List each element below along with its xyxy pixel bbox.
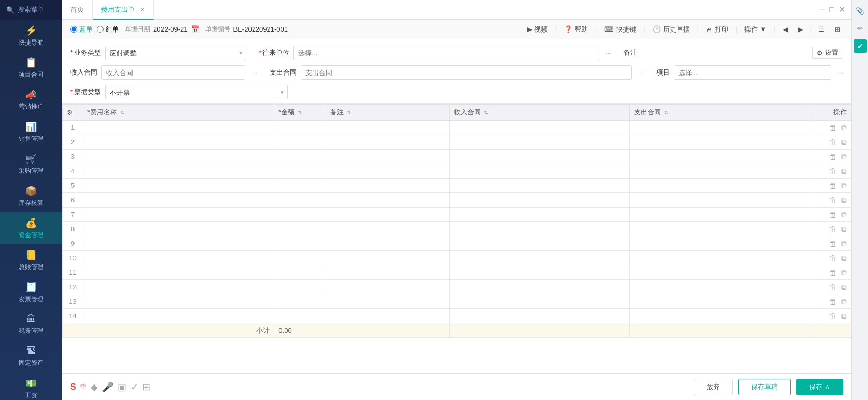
- operations-btn[interactable]: 操作 ▼: [741, 24, 770, 35]
- amount-cell-9[interactable]: [274, 236, 326, 251]
- remark-cell-3[interactable]: [326, 150, 450, 164]
- amount-cell-6[interactable]: [274, 193, 326, 208]
- delete-row-14-icon[interactable]: 🗑: [829, 312, 837, 320]
- income-contract-cell-5[interactable]: [449, 179, 629, 193]
- amount-cell-1[interactable]: [274, 121, 326, 135]
- income-contract-cell-11[interactable]: [449, 265, 629, 280]
- right-panel-active-icon[interactable]: ✔: [854, 39, 867, 53]
- amount-cell-8[interactable]: [274, 222, 326, 236]
- expense-name-cell-4[interactable]: [83, 164, 274, 179]
- sort-expense-icon[interactable]: ⇅: [664, 110, 668, 115]
- expense-contract-cell-6[interactable]: [629, 193, 810, 208]
- copy-row-6-icon[interactable]: ⧉: [841, 196, 847, 204]
- income-contract-input[interactable]: [101, 65, 245, 80]
- col-settings[interactable]: ⚙: [63, 105, 83, 121]
- copy-row-10-icon[interactable]: ⧉: [841, 254, 847, 262]
- expense-name-cell-5[interactable]: [83, 179, 274, 193]
- expense-contract-cell-14[interactable]: [629, 309, 810, 323]
- blue-bill-radio[interactable]: 蓝单: [70, 25, 93, 34]
- remark-cell-7[interactable]: [326, 208, 450, 222]
- delete-row-5-icon[interactable]: 🗑: [829, 181, 837, 190]
- income-contract-cell-4[interactable]: [449, 164, 629, 179]
- biz-type-select[interactable]: 应付调整: [105, 46, 246, 60]
- expense-contract-cell-9[interactable]: [629, 236, 810, 251]
- delete-row-6-icon[interactable]: 🗑: [829, 196, 837, 204]
- copy-row-11-icon[interactable]: ⧉: [841, 268, 847, 277]
- income-contract-cell-14[interactable]: [449, 309, 629, 323]
- help-btn[interactable]: ❓ 帮助: [561, 24, 591, 35]
- income-contract-cell-13[interactable]: [449, 294, 629, 309]
- remark-cell-12[interactable]: [326, 280, 450, 294]
- sidebar-item-fixed-assets[interactable]: 🏗固定资产: [0, 340, 62, 373]
- expense-name-cell-14[interactable]: [83, 309, 274, 323]
- check-icon[interactable]: ✓: [130, 381, 138, 393]
- expense-contract-cell-8[interactable]: [629, 222, 810, 236]
- amount-cell-12[interactable]: [274, 280, 326, 294]
- income-contract-cell-2[interactable]: [449, 135, 629, 150]
- expense-name-cell-11[interactable]: [83, 265, 274, 280]
- project-more-icon[interactable]: ···: [837, 69, 843, 77]
- grid2-icon[interactable]: ▣: [117, 381, 126, 393]
- video-btn[interactable]: ▶ 视频: [524, 24, 551, 35]
- delete-row-11-icon[interactable]: 🗑: [829, 268, 837, 277]
- expense-contract-cell-13[interactable]: [629, 294, 810, 309]
- expense-name-cell-7[interactable]: [83, 208, 274, 222]
- income-contract-more-icon[interactable]: ···: [252, 69, 257, 77]
- delete-row-10-icon[interactable]: 🗑: [829, 254, 837, 262]
- delete-row-4-icon[interactable]: 🗑: [829, 167, 837, 175]
- sidebar-item-invoice-mgmt[interactable]: 🧾发票管理: [0, 276, 62, 308]
- calendar-icon[interactable]: 📅: [191, 25, 199, 33]
- expense-contract-input[interactable]: [301, 65, 632, 80]
- settings-btn[interactable]: ⚙ 设置: [812, 47, 843, 59]
- amount-cell-13[interactable]: [274, 294, 326, 309]
- expense-name-cell-10[interactable]: [83, 251, 274, 265]
- income-contract-cell-3[interactable]: [449, 150, 629, 164]
- sidebar-item-marketing[interactable]: 📣营销推广: [0, 84, 62, 116]
- sidebar-item-sales-mgmt[interactable]: 📊销售管理: [0, 116, 62, 148]
- remark-cell-1[interactable]: [326, 121, 450, 135]
- remark-cell-14[interactable]: [326, 309, 450, 323]
- print-btn[interactable]: 🖨 打印: [703, 24, 731, 35]
- red-bill-radio[interactable]: 红单: [97, 25, 119, 34]
- copy-row-5-icon[interactable]: ⧉: [841, 181, 847, 190]
- amount-cell-4[interactable]: [274, 164, 326, 179]
- delete-row-2-icon[interactable]: 🗑: [829, 138, 837, 146]
- shortcut-btn[interactable]: ⌨ 快捷键: [601, 24, 639, 35]
- mic-icon[interactable]: 🎤: [102, 381, 113, 393]
- sidebar-item-project-contract[interactable]: 📋项目合同: [0, 52, 62, 84]
- partner-more-icon[interactable]: ···: [606, 49, 611, 57]
- amount-cell-14[interactable]: [274, 309, 326, 323]
- expense-contract-cell-7[interactable]: [629, 208, 810, 222]
- income-contract-cell-10[interactable]: [449, 251, 629, 265]
- expense-contract-cell-11[interactable]: [629, 265, 810, 280]
- delete-row-9-icon[interactable]: 🗑: [829, 239, 837, 248]
- expense-name-cell-3[interactable]: [83, 150, 274, 164]
- maximize-btn[interactable]: □: [829, 5, 834, 14]
- sidebar-item-general-ledger[interactable]: 📒总账管理: [0, 244, 62, 276]
- copy-row-1-icon[interactable]: ⧉: [841, 123, 847, 132]
- save-btn[interactable]: 保存 ∧: [796, 379, 843, 395]
- sort-expense-name-icon[interactable]: ⇅: [120, 110, 124, 115]
- remark-cell-8[interactable]: [326, 222, 450, 236]
- expense-contract-cell-5[interactable]: [629, 179, 810, 193]
- remark-cell-4[interactable]: [326, 164, 450, 179]
- remark-cell-9[interactable]: [326, 236, 450, 251]
- remark-cell-5[interactable]: [326, 179, 450, 193]
- right-panel-edit-icon[interactable]: ✏: [854, 22, 867, 35]
- prev-btn[interactable]: ◀: [780, 25, 791, 34]
- partner-input[interactable]: [293, 46, 599, 60]
- expense-contract-cell-4[interactable]: [629, 164, 810, 179]
- amount-cell-7[interactable]: [274, 208, 326, 222]
- tab-close-expense-bill[interactable]: ✕: [140, 6, 145, 13]
- ticket-type-select[interactable]: 不开票: [105, 85, 288, 99]
- delete-row-8-icon[interactable]: 🗑: [829, 225, 837, 233]
- income-contract-cell-6[interactable]: [449, 193, 629, 208]
- expense-name-cell-8[interactable]: [83, 222, 274, 236]
- right-panel-attach-icon[interactable]: 📎: [854, 4, 867, 18]
- delete-row-12-icon[interactable]: 🗑: [829, 283, 837, 291]
- remark-cell-13[interactable]: [326, 294, 450, 309]
- list-view-btn[interactable]: ☰: [816, 25, 828, 34]
- amount-cell-3[interactable]: [274, 150, 326, 164]
- copy-row-9-icon[interactable]: ⧉: [841, 239, 847, 248]
- history-btn[interactable]: 🕐 历史单据: [650, 24, 693, 35]
